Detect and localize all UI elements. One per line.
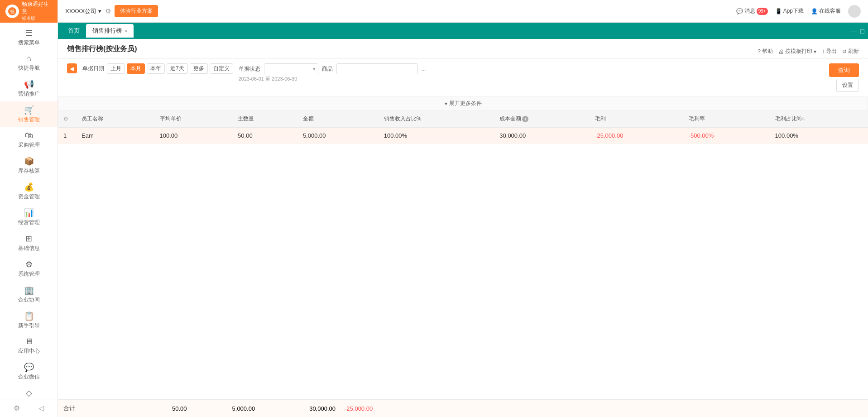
- sidebar-item-label: 企业微信: [18, 373, 40, 381]
- expand-more-btn[interactable]: ▾ 展开更多条件: [445, 100, 482, 107]
- cost-info-icon[interactable]: i: [522, 116, 528, 122]
- home-icon: ⌂: [26, 54, 31, 63]
- date-range-display: 2023-06-01 至 2023-06-30: [239, 75, 426, 82]
- refresh-btn[interactable]: ↺ 刷新: [842, 48, 859, 55]
- sidebar-item-purchase[interactable]: 🛍 采购管理: [0, 127, 58, 153]
- logo-text: 畅康通好生意 标准版: [22, 1, 52, 21]
- diamond-icon: ◇: [26, 388, 32, 398]
- sidebar-item-label: 经营管理: [18, 219, 40, 226]
- sidebar-item-marketing[interactable]: 📢 营销推广: [0, 76, 58, 101]
- gear-icon: ⚙: [25, 259, 33, 269]
- date-filter-group: 单据日期 上月 本月 本年 近7天 更多 自定义: [82, 63, 233, 74]
- footer-cost: 30,000.00: [309, 405, 336, 412]
- date-filter-label: 单据日期: [82, 65, 104, 72]
- th-avg-price: 平均单价: [154, 110, 233, 128]
- data-table: ⚙ 员工名称 平均单价 主数量 全额 销售收入占比% 成本全额i 毛利 毛利率: [58, 110, 868, 144]
- column-settings-icon[interactable]: ⚙: [63, 116, 68, 122]
- sidebar-item-quick-nav[interactable]: ⌂ 快捷导航: [0, 50, 58, 76]
- sidebar-item-search-order[interactable]: ☰ 搜索菜单: [0, 24, 58, 50]
- goods-input[interactable]: [336, 63, 418, 74]
- footer-gross: -25,000.00: [345, 405, 373, 412]
- sort-icon: ⇅: [801, 116, 805, 121]
- template-print-btn[interactable]: 🖨 按模板打印 ▾: [778, 48, 816, 55]
- money-icon: 💰: [24, 182, 34, 192]
- chevron-down-icon: ▾: [98, 8, 101, 14]
- user-avatar[interactable]: [848, 5, 861, 18]
- trial-btn[interactable]: 体验行业方案: [115, 5, 158, 17]
- th-settings: ⚙: [58, 110, 76, 128]
- help-btn[interactable]: ? 帮助: [758, 48, 773, 55]
- tab-minimize-btn[interactable]: —: [850, 27, 857, 35]
- sidebar-item-label: 基础信息: [18, 244, 40, 252]
- data-table-wrap: ⚙ 员工名称 平均单价 主数量 全额 销售收入占比% 成本全额i 毛利 毛利率: [58, 110, 868, 399]
- date-7days-btn[interactable]: 近7天: [167, 63, 188, 74]
- topbar: XXXXX公司 ▾ ⚙ 体验行业方案 💬 消息 99+ 📱 App下载 👤 在线…: [58, 0, 868, 23]
- date-custom-btn[interactable]: 自定义: [210, 63, 233, 74]
- sidebar-item-sales[interactable]: 🛒 销售管理: [0, 101, 58, 127]
- export-icon: ↑: [822, 48, 825, 55]
- sidebar-item-label: 快捷导航: [18, 64, 40, 72]
- app-download-btn[interactable]: 📱 App下载: [775, 7, 804, 15]
- company-name: XXXXX公司: [65, 7, 96, 15]
- sidebar-item-member[interactable]: ◇ 畅会员: [0, 384, 58, 399]
- cell-cost: 30,000.00: [494, 128, 590, 144]
- sidebar-collapse-btn[interactable]: ◁: [38, 404, 44, 412]
- cell-gross: -25,000.00: [590, 128, 683, 144]
- date-this-month-btn[interactable]: 本月: [127, 63, 145, 74]
- sidebar-nav: ☰ 搜索菜单 ⌂ 快捷导航 📢 营销推广 🛒 销售管理 🛍 采购管理 📦 库存核…: [0, 23, 58, 399]
- sidebar-item-appstore[interactable]: 🖥 应用中心: [0, 333, 58, 359]
- cell-amount: 5,000.00: [297, 128, 379, 144]
- cell-gross-pct: 100.00%: [770, 128, 868, 144]
- company-selector[interactable]: XXXXX公司 ▾: [65, 7, 101, 15]
- filter-collapse-btn[interactable]: ◀: [67, 63, 77, 73]
- online-service-label: 在线客服: [819, 7, 841, 15]
- sidebar-item-basics[interactable]: ⊞ 基础信息: [0, 230, 58, 256]
- date-filter-buttons: 上月 本月 本年 近7天 更多 自定义: [107, 63, 233, 74]
- date-this-year-btn[interactable]: 本年: [147, 63, 165, 74]
- sidebar-item-label: 库存核算: [18, 167, 40, 175]
- page-title: 销售排行榜(按业务员): [67, 44, 137, 58]
- tab-active-label: 销售排行榜: [92, 27, 122, 35]
- query-btn[interactable]: 查询: [829, 63, 859, 77]
- sidebar: 畅 畅康通好生意 标准版 ☰ 搜索菜单 ⌂ 快捷导航 📢 营销推广 🛒 销售管理…: [0, 0, 58, 417]
- sidebar-item-label: 企业协同: [18, 296, 40, 304]
- status-select[interactable]: [264, 63, 318, 74]
- bag-icon: 🛍: [25, 131, 33, 140]
- box-icon: 📦: [24, 156, 34, 166]
- topbar-gear-icon[interactable]: ⚙: [105, 7, 111, 15]
- refresh-icon: ↺: [842, 48, 847, 55]
- th-gross-rate: 毛利率: [683, 110, 770, 128]
- table-footer: 合计 50.00 5,000.00 30,000.00 -25,000.00: [58, 399, 868, 417]
- cell-avg-price: 100.00: [154, 128, 233, 144]
- table-row: 1 Eam 100.00 50.00 5,000.00 100.00% 30,0…: [58, 128, 868, 144]
- filter-middle-group: 单据状态 商品 ... 2023-06-01 至 2023-06-30: [239, 63, 426, 82]
- goods-filter-label: 商品: [322, 65, 333, 73]
- message-btn[interactable]: 💬 消息 99+: [736, 7, 768, 15]
- tab-close-icon[interactable]: ×: [125, 28, 127, 34]
- tab-sales-ranking[interactable]: 销售排行榜 ×: [86, 24, 134, 38]
- page-header: 销售排行榜(按业务员) ? 帮助 🖨 按模板打印 ▾ ↑ 导出 ↺ 刷新: [58, 39, 868, 59]
- date-more-btn[interactable]: 更多: [190, 63, 208, 74]
- tab-home[interactable]: 首页: [62, 24, 86, 38]
- date-last-month-btn[interactable]: 上月: [107, 63, 125, 74]
- footer-qty: 50.00: [172, 405, 187, 412]
- filter-right-actions: 查询 设置: [829, 63, 859, 92]
- chevron-down-icon: ▾: [814, 48, 816, 55]
- th-gross: 毛利: [590, 110, 683, 128]
- sidebar-item-label: 搜索菜单: [18, 39, 40, 47]
- download-icon: 📱: [775, 8, 782, 14]
- filter-settings-btn[interactable]: 设置: [836, 79, 859, 92]
- sidebar-item-inventory[interactable]: 📦 库存核算: [0, 153, 58, 178]
- sidebar-settings-btn[interactable]: ⚙: [14, 404, 20, 412]
- sidebar-item-finance[interactable]: 💰 资金管理: [0, 178, 58, 204]
- online-service-btn[interactable]: 👤 在线客服: [811, 7, 841, 15]
- goods-more[interactable]: ...: [422, 66, 426, 72]
- tab-maximize-btn[interactable]: □: [860, 27, 864, 35]
- sidebar-item-beginner[interactable]: 📋 新手引导: [0, 307, 58, 333]
- sidebar-item-system[interactable]: ⚙ 系统管理: [0, 256, 58, 282]
- sidebar-item-operations[interactable]: 📊 经营管理: [0, 204, 58, 230]
- export-btn[interactable]: ↑ 导出: [822, 48, 837, 55]
- sidebar-item-enterprise[interactable]: 🏢 企业协同: [0, 282, 58, 307]
- sidebar-item-wechat[interactable]: 💬 企业微信: [0, 359, 58, 384]
- expand-more-bar: ▾ 展开更多条件: [58, 97, 868, 110]
